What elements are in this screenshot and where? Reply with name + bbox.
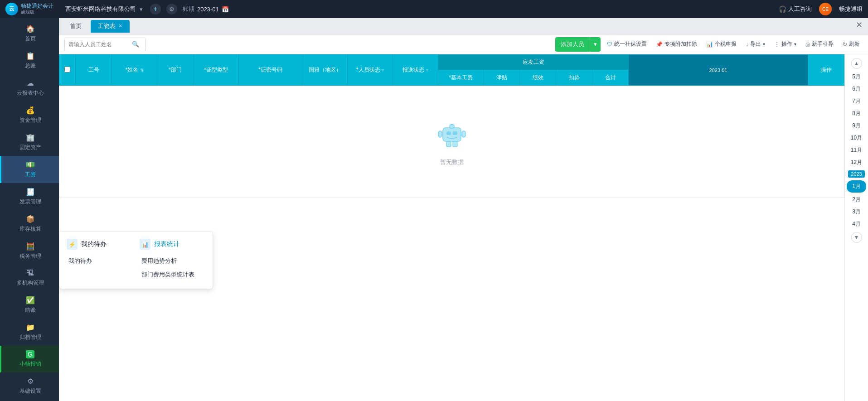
popup-section-todo: ⚡ 我的待办 我的待办 <box>67 239 132 281</box>
tab-home[interactable]: 首页 <box>63 20 89 33</box>
month-10[interactable]: 10月 <box>845 132 868 144</box>
month-2[interactable]: 2月 <box>845 193 868 206</box>
th-id: 工号 <box>76 55 112 86</box>
sidebar-item-ledger[interactable]: 📋 总账 <box>0 47 59 74</box>
checkout-icon: ✅ <box>26 296 35 304</box>
search-box: 🔍 <box>64 38 146 51</box>
tab-salary[interactable]: 工资表 ✕ <box>91 20 130 33</box>
search-input[interactable] <box>68 41 132 48</box>
tab-bar: 首页 工资表 ✕ ✕ <box>59 18 868 34</box>
sidebar-item-tax[interactable]: 🧮 税务管理 <box>0 237 59 265</box>
sidebar-label-report: 云报表中心 <box>17 89 44 97</box>
th-subsidy: 津贴 <box>484 70 520 86</box>
th-country: 国籍（地区） <box>302 55 348 86</box>
month-3[interactable]: 3月 <box>845 206 868 218</box>
tab-home-label: 首页 <box>70 22 82 30</box>
svg-rect-8 <box>453 141 457 147</box>
month-1-active[interactable]: 1月 <box>847 180 866 193</box>
month-4[interactable]: 4月 <box>845 218 868 230</box>
new-guide-button[interactable]: ◎ 新手引导 <box>803 39 836 50</box>
operations-button[interactable]: ⋮ 操作 ▾ <box>771 39 799 50</box>
invoice-icon: 🧾 <box>26 188 35 196</box>
sidebar-label-inventory: 库存核算 <box>19 225 41 233</box>
sidebar-item-home[interactable]: 🏠 首页 <box>0 20 59 47</box>
th-operation: 操作 <box>808 55 844 86</box>
month-11[interactable]: 11月 <box>845 144 868 156</box>
th-deduction: 扣款 <box>556 70 592 86</box>
report-section-icon: 📊 <box>140 239 150 250</box>
sidebar-label-basic: 基础设置 <box>19 387 41 395</box>
main-layout: 🏠 首页 📋 总账 ☁ 云报表中心 💰 资金管理 🏢 固定资产 💵 工资 🧾 发… <box>0 18 868 401</box>
month-12[interactable]: 12月 <box>845 156 868 169</box>
popup-todo-title: ⚡ 我的待办 <box>67 239 132 250</box>
sidebar-item-salary[interactable]: 💵 工资 <box>0 156 59 183</box>
multi-icon: 🏗 <box>27 269 34 277</box>
support-button[interactable]: 🎧 人工咨询 <box>779 5 812 13</box>
period-area: 账期 2023-01 📅 <box>183 5 229 13</box>
tax-report-icon: 📊 <box>706 41 713 48</box>
period-value[interactable]: 2023-01 <box>197 6 219 13</box>
sidebar-item-multi[interactable]: 🏗 多机构管理 <box>0 265 59 291</box>
select-all-checkbox[interactable] <box>64 67 70 72</box>
month-7[interactable]: 7月 <box>845 95 868 107</box>
empty-state: 暂无数据 <box>64 89 839 193</box>
sidebar-item-fixed[interactable]: 🏢 固定资产 <box>0 129 59 156</box>
logo-text: 畅捷通好会计 旗舰版 <box>21 3 53 15</box>
popup-cost-trend[interactable]: 费用趋势分析 <box>140 254 205 268</box>
month-scroll-down[interactable]: ▼ <box>851 232 862 243</box>
user-avatar[interactable]: CE <box>819 3 832 15</box>
add-person-dropdown[interactable]: ▾ <box>590 37 601 52</box>
th-person-status[interactable]: *人员状态 ▿ <box>348 55 393 86</box>
sidebar-item-checkout[interactable]: ✅ 结账 <box>0 291 59 319</box>
table-container: 工号 *姓名 ⇅ *部门 *证型类型 <box>59 54 844 401</box>
empty-row: 暂无数据 <box>59 86 844 198</box>
tax-report-button[interactable]: 📊 个税申报 <box>703 39 739 50</box>
popup-dept-cost[interactable]: 部门费用类型统计表 <box>140 268 205 281</box>
sidebar-item-report[interactable]: ☁ 云报表中心 <box>0 74 59 101</box>
sidebar-item-expense[interactable]: G 小畅报销 <box>0 346 59 372</box>
social-security-button[interactable]: 🛡 统一社保设置 <box>604 39 650 50</box>
settings-icon[interactable]: ⚙ <box>166 4 177 14</box>
sidebar-label-fixed: 固定资产 <box>19 144 41 151</box>
th-name[interactable]: *姓名 ⇅ <box>112 55 157 86</box>
popup-my-todo[interactable]: 我的待办 <box>67 254 132 268</box>
svg-rect-7 <box>446 141 451 147</box>
sidebar-item-basic[interactable]: ⚙ 基础设置 <box>0 372 59 400</box>
svg-point-4 <box>451 124 453 126</box>
th-send-status[interactable]: 报送状态 ▿ <box>393 55 438 86</box>
month-5[interactable]: 5月 <box>845 71 868 83</box>
sidebar-label-multi: 多机构管理 <box>17 279 44 287</box>
global-close-button[interactable]: ✕ <box>856 20 863 30</box>
tax-icon: 🧮 <box>26 242 35 251</box>
sidebar-item-inventory[interactable]: 📦 库存核算 <box>0 210 59 237</box>
month-9[interactable]: 9月 <box>845 120 868 132</box>
sidebar-item-finance[interactable]: 💰 资金管理 <box>0 101 59 129</box>
sidebar-item-archive[interactable]: 📁 归档管理 <box>0 319 59 346</box>
month-8[interactable]: 8月 <box>845 107 868 120</box>
gear-icon: ⚙ <box>27 377 34 386</box>
export-arrow-icon: ▾ <box>763 42 765 47</box>
sidebar-item-invoice[interactable]: 🧾 发票管理 <box>0 183 59 210</box>
refresh-icon: ↻ <box>843 41 847 48</box>
tab-salary-close[interactable]: ✕ <box>118 23 122 29</box>
add-button[interactable]: + <box>150 4 161 14</box>
user-name: 畅捷通组 <box>839 5 863 13</box>
building-icon: 🏢 <box>26 133 35 142</box>
special-deduction-button[interactable]: 📌 专项附加扣除 <box>653 39 700 50</box>
table-area-wrapper: 工号 *姓名 ⇅ *部门 *证型类型 <box>59 54 868 401</box>
sidebar-label-checkout: 结账 <box>25 306 36 314</box>
popup-report-title: 📊 报表统计 <box>140 239 205 250</box>
period-label: 账期 <box>183 5 194 13</box>
calendar-icon[interactable]: 📅 <box>222 6 229 13</box>
export-button[interactable]: ↓ 导出 ▾ <box>743 39 768 50</box>
cloud-icon: ☁ <box>27 79 34 87</box>
refresh-button[interactable]: ↻ 刷新 <box>840 39 863 50</box>
month-6[interactable]: 6月 <box>845 83 868 95</box>
add-person-btn-group: 添加人员 ▾ <box>555 37 601 52</box>
company-selector[interactable]: 西安虾米网络科技有限公司 ▾ <box>65 5 143 13</box>
th-id-type: *证型类型 <box>194 55 239 86</box>
th-id-num: *证密号码 <box>239 55 302 86</box>
month-scroll-up[interactable]: ▲ <box>851 58 862 69</box>
add-person-button[interactable]: 添加人员 <box>555 37 590 52</box>
deduction-icon: 📌 <box>656 41 663 48</box>
